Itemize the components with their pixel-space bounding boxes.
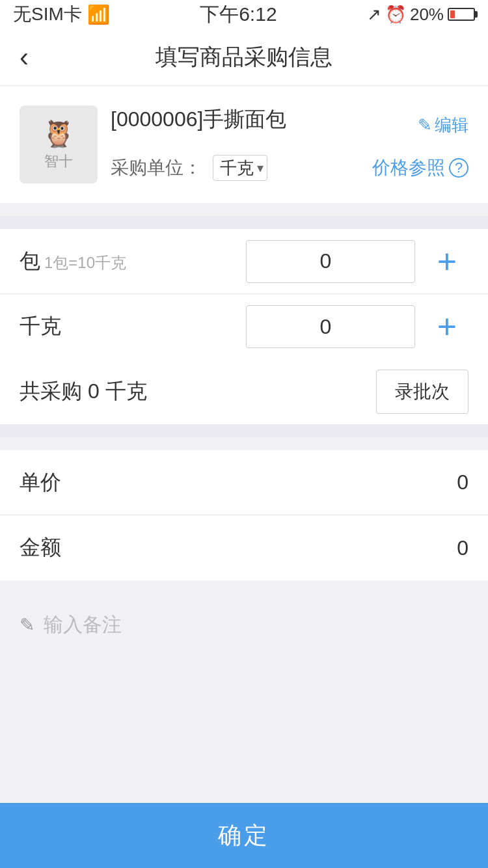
wifi-icon: 📶 — [87, 4, 110, 25]
pencil-icon: ✎ — [20, 614, 34, 636]
unit-prefix: 采购单位： — [111, 157, 202, 178]
edit-icon: ✎ — [418, 115, 432, 135]
input-section: 包1包=10千克 + 千克 + — [0, 229, 488, 359]
battery-icon — [448, 8, 475, 21]
divider-1 — [0, 216, 488, 229]
thumbnail-text: 智十 — [44, 152, 73, 171]
price-ref[interactable]: 价格参照 ? — [372, 156, 468, 180]
location-icon: ↗ — [367, 5, 381, 25]
kg-input[interactable] — [246, 305, 415, 348]
kg-label: 千克 — [20, 312, 124, 341]
amount-row: 金额 0 — [0, 515, 488, 580]
battery-fill — [450, 10, 455, 18]
remark-section[interactable]: ✎ 输入备注 — [0, 593, 488, 671]
unit-price-row: 单价 0 — [0, 450, 488, 515]
alarm-icon: ⏰ — [385, 5, 406, 25]
unit-select-wrapper[interactable]: 千克 包 — [208, 155, 267, 181]
owl-icon: 🦉 — [42, 118, 75, 149]
kg-plus-button[interactable]: + — [426, 305, 468, 348]
confirm-button-wrap: 确定 — [0, 803, 488, 868]
package-field-wrap: + — [126, 240, 468, 283]
unit-select[interactable]: 千克 包 — [213, 155, 267, 181]
product-section: 🦉 智十 [0000006]手撕面包 ✎ 编辑 采购单位： 千克 包 价格 — [0, 86, 488, 203]
product-name: [0000006]手撕面包 — [111, 105, 286, 134]
product-thumbnail: 🦉 智十 — [20, 105, 98, 183]
amount-value: 0 — [457, 536, 468, 560]
package-input[interactable] — [246, 240, 415, 283]
product-info: [0000006]手撕面包 ✎ 编辑 采购单位： 千克 包 价格参照 ? — [111, 105, 468, 181]
unit-price-value: 0 — [457, 470, 468, 495]
page-title: 填写商品采购信息 — [156, 42, 332, 72]
remark-placeholder: 输入备注 — [44, 612, 122, 638]
edit-label: 编辑 — [435, 114, 468, 137]
battery-percent: 20% — [410, 5, 444, 25]
product-top-row: [0000006]手撕面包 ✎ 编辑 — [111, 105, 468, 144]
kg-input-row: 千克 + — [0, 294, 488, 359]
carrier-text: 无SIM卡 — [13, 2, 82, 27]
status-bar: 无SIM卡 📶 下午6:12 ↗ ⏰ 20% — [0, 0, 488, 29]
package-plus-button[interactable]: + — [426, 240, 468, 283]
nav-bar: ‹ 填写商品采购信息 — [0, 29, 488, 86]
kg-field-wrap: + — [124, 305, 468, 348]
price-section: 单价 0 金额 0 — [0, 450, 488, 580]
package-input-row: 包1包=10千克 + — [0, 229, 488, 294]
summary-row: 共采购 0 千克 录批次 — [0, 359, 488, 424]
price-ref-icon: ? — [449, 158, 468, 178]
product-meta: 采购单位： 千克 包 价格参照 ? — [111, 155, 468, 181]
edit-link[interactable]: ✎ 编辑 — [418, 114, 468, 137]
unit-price-label: 单价 — [20, 468, 61, 497]
record-batch-button[interactable]: 录批次 — [376, 370, 468, 414]
summary-text: 共采购 0 千克 — [20, 377, 147, 406]
package-label: 包1包=10千克 — [20, 247, 126, 276]
status-right: ↗ ⏰ 20% — [367, 5, 475, 25]
price-ref-label: 价格参照 — [372, 156, 445, 180]
status-time: 下午6:12 — [200, 1, 277, 28]
confirm-button[interactable]: 确定 — [0, 803, 488, 868]
amount-label: 金额 — [20, 534, 61, 562]
divider-2 — [0, 424, 488, 437]
back-button[interactable]: ‹ — [20, 44, 29, 71]
unit-selector-wrap: 采购单位： 千克 包 — [111, 155, 267, 181]
status-left: 无SIM卡 📶 — [13, 2, 110, 27]
